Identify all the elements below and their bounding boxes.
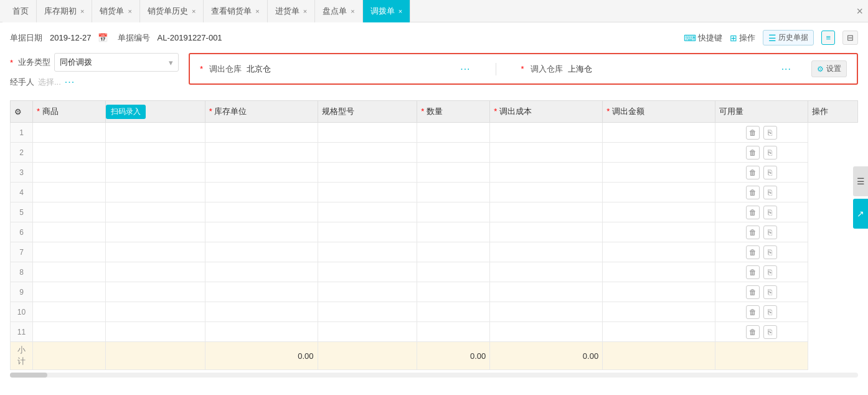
row-available-2[interactable] bbox=[603, 143, 715, 163]
row-product-1[interactable] bbox=[33, 123, 106, 143]
scan-button[interactable]: 扫码录入 bbox=[106, 105, 146, 119]
row-amount-6[interactable] bbox=[490, 222, 603, 242]
row-unit-6[interactable] bbox=[106, 222, 205, 242]
row-spec-4[interactable] bbox=[205, 183, 318, 202]
row-product-4[interactable] bbox=[33, 183, 106, 202]
row-spec-1[interactable] bbox=[205, 123, 318, 143]
row-unit-10[interactable] bbox=[106, 302, 205, 322]
copy-btn-10[interactable]: ⎘ bbox=[763, 305, 777, 319]
row-amount-11[interactable] bbox=[490, 322, 603, 342]
row-cost-7[interactable] bbox=[417, 242, 490, 262]
row-unit-11[interactable] bbox=[106, 322, 205, 342]
row-spec-6[interactable] bbox=[205, 222, 318, 242]
row-available-4[interactable] bbox=[603, 183, 715, 202]
row-product-8[interactable] bbox=[33, 262, 106, 282]
row-product-5[interactable] bbox=[33, 202, 106, 222]
delete-btn-4[interactable]: 🗑 bbox=[746, 186, 760, 199]
delete-btn-7[interactable]: 🗑 bbox=[746, 245, 760, 259]
row-cost-8[interactable] bbox=[417, 262, 490, 282]
th-scan[interactable]: 扫码录入 bbox=[106, 101, 205, 123]
row-spec-8[interactable] bbox=[205, 262, 318, 282]
tab-close-purchase[interactable]: × bbox=[303, 7, 307, 15]
row-available-9[interactable] bbox=[603, 282, 715, 302]
row-quantity-10[interactable] bbox=[318, 302, 417, 322]
row-cost-1[interactable] bbox=[417, 123, 490, 143]
row-cost-3[interactable] bbox=[417, 163, 490, 183]
row-spec-3[interactable] bbox=[205, 163, 318, 183]
tab-close-inventory-count[interactable]: × bbox=[351, 7, 354, 15]
calendar-icon[interactable]: 📅 bbox=[98, 33, 108, 42]
copy-btn-9[interactable]: ⎘ bbox=[763, 285, 777, 299]
row-cost-11[interactable] bbox=[417, 322, 490, 342]
th-gear[interactable]: ⚙ bbox=[11, 101, 33, 123]
float-external-icon[interactable]: ↗ bbox=[853, 199, 868, 229]
transfer-out-more-icon[interactable]: ··· bbox=[460, 64, 470, 75]
row-product-3[interactable] bbox=[33, 163, 106, 183]
row-unit-9[interactable] bbox=[106, 282, 205, 302]
row-cost-2[interactable] bbox=[417, 143, 490, 163]
row-amount-1[interactable] bbox=[490, 123, 603, 143]
row-unit-1[interactable] bbox=[106, 123, 205, 143]
business-type-select[interactable]: 同价调拨 ▾ bbox=[54, 53, 179, 72]
row-amount-10[interactable] bbox=[490, 302, 603, 322]
row-unit-5[interactable] bbox=[106, 202, 205, 222]
row-amount-8[interactable] bbox=[490, 262, 603, 282]
row-quantity-9[interactable] bbox=[318, 282, 417, 302]
tab-transfer[interactable]: 调拨单× bbox=[363, 0, 410, 22]
row-quantity-5[interactable] bbox=[318, 202, 417, 222]
tab-close-view-sales[interactable]: × bbox=[255, 7, 259, 15]
row-available-7[interactable] bbox=[603, 242, 715, 262]
row-quantity-1[interactable] bbox=[318, 123, 417, 143]
copy-btn-8[interactable]: ⎘ bbox=[763, 265, 777, 279]
copy-btn-4[interactable]: ⎘ bbox=[763, 186, 777, 199]
row-available-3[interactable] bbox=[603, 163, 715, 183]
copy-btn-5[interactable]: ⎘ bbox=[763, 206, 777, 219]
delete-btn-5[interactable]: 🗑 bbox=[746, 206, 760, 219]
tab-close-transfer[interactable]: × bbox=[399, 7, 402, 15]
row-amount-4[interactable] bbox=[490, 183, 603, 202]
row-quantity-7[interactable] bbox=[318, 242, 417, 262]
row-cost-4[interactable] bbox=[417, 183, 490, 202]
row-spec-2[interactable] bbox=[205, 143, 318, 163]
row-spec-10[interactable] bbox=[205, 302, 318, 322]
transfer-in-more-icon[interactable]: ··· bbox=[781, 64, 791, 75]
tab-close-inventory-init[interactable]: × bbox=[80, 7, 84, 15]
layout1-button[interactable]: ≡ bbox=[821, 31, 835, 45]
row-unit-3[interactable] bbox=[106, 163, 205, 183]
operations-button[interactable]: ⊞ 操作 bbox=[730, 32, 755, 44]
delete-btn-10[interactable]: 🗑 bbox=[746, 305, 760, 319]
row-spec-11[interactable] bbox=[205, 322, 318, 342]
copy-btn-6[interactable]: ⎘ bbox=[763, 226, 777, 239]
row-quantity-2[interactable] bbox=[318, 143, 417, 163]
close-window-icon[interactable]: × bbox=[856, 4, 863, 17]
person-more-icon[interactable]: ··· bbox=[65, 77, 75, 88]
person-placeholder[interactable]: 选择... bbox=[38, 77, 61, 88]
row-amount-5[interactable] bbox=[490, 202, 603, 222]
row-available-1[interactable] bbox=[603, 123, 715, 143]
row-unit-2[interactable] bbox=[106, 143, 205, 163]
row-unit-8[interactable] bbox=[106, 262, 205, 282]
copy-btn-1[interactable]: ⎘ bbox=[763, 126, 777, 140]
row-amount-9[interactable] bbox=[490, 282, 603, 302]
layout2-button[interactable]: ⊟ bbox=[842, 31, 858, 45]
row-quantity-3[interactable] bbox=[318, 163, 417, 183]
row-product-9[interactable] bbox=[33, 282, 106, 302]
row-quantity-6[interactable] bbox=[318, 222, 417, 242]
delete-btn-9[interactable]: 🗑 bbox=[746, 285, 760, 299]
row-unit-4[interactable] bbox=[106, 183, 205, 202]
delete-btn-8[interactable]: 🗑 bbox=[746, 265, 760, 279]
row-cost-9[interactable] bbox=[417, 282, 490, 302]
copy-btn-2[interactable]: ⎘ bbox=[763, 146, 777, 159]
row-available-10[interactable] bbox=[603, 302, 715, 322]
scroll-bar[interactable] bbox=[10, 373, 858, 378]
tab-view-sales[interactable]: 查看销货单× bbox=[204, 0, 267, 22]
copy-btn-11[interactable]: ⎘ bbox=[763, 325, 777, 339]
row-amount-3[interactable] bbox=[490, 163, 603, 183]
tab-inventory-init[interactable]: 库存期初× bbox=[37, 0, 92, 22]
tab-sales-history[interactable]: 销货单历史× bbox=[140, 0, 204, 22]
copy-btn-7[interactable]: ⎘ bbox=[763, 245, 777, 259]
delete-btn-1[interactable]: 🗑 bbox=[746, 126, 760, 140]
settings-button[interactable]: ⚙ 设置 bbox=[811, 60, 847, 77]
delete-btn-3[interactable]: 🗑 bbox=[746, 166, 760, 179]
row-available-6[interactable] bbox=[603, 222, 715, 242]
